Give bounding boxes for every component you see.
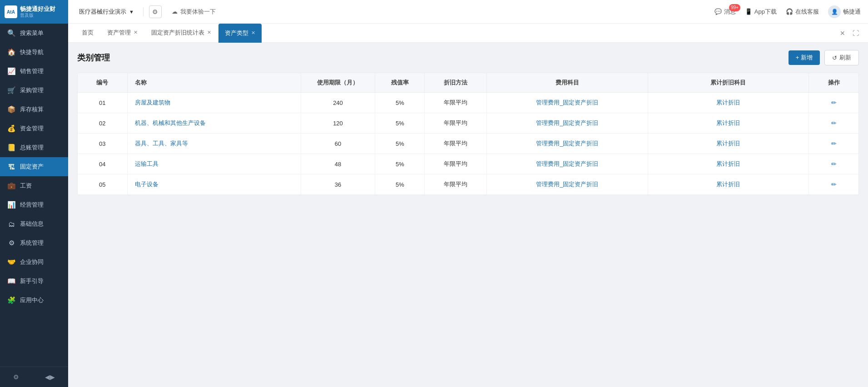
col-residual: 残值率 bbox=[375, 73, 425, 93]
app-download-icon: 📱 bbox=[745, 8, 752, 15]
topbar-settings-btn[interactable]: ⚙ bbox=[149, 5, 162, 18]
cell-residual: 5% bbox=[375, 113, 425, 134]
cell-method: 年限平均 bbox=[425, 93, 486, 113]
cell-accu: 累计折旧 bbox=[648, 134, 809, 154]
cell-residual: 5% bbox=[375, 154, 425, 174]
user-label: 畅捷通 bbox=[843, 8, 861, 16]
cell-residual: 5% bbox=[375, 93, 425, 113]
tab-home[interactable]: 首页 bbox=[75, 24, 100, 43]
tab-asset-type[interactable]: 资产类型 ✕ bbox=[218, 24, 262, 43]
cell-period: 60 bbox=[301, 134, 375, 154]
sidebar-item-ledger[interactable]: 📒 总账管理 bbox=[0, 138, 68, 157]
close-window-btn[interactable]: ✕ bbox=[838, 29, 847, 38]
newbie-icon: 📖 bbox=[7, 277, 15, 285]
content-header: 类别管理 + 新增 ↺ 刷新 bbox=[77, 50, 859, 65]
edit-button[interactable]: ✏ bbox=[828, 180, 839, 189]
sidebar-item-sales[interactable]: 📈 销售管理 bbox=[0, 62, 68, 81]
sidebar-item-label: 库存核算 bbox=[20, 105, 44, 114]
sidebar-item-fixed-asset[interactable]: 🏗 固定资产 bbox=[0, 157, 68, 176]
refresh-label: 刷新 bbox=[839, 54, 851, 62]
topbar-company[interactable]: 医疗器械行业演示 ▼ bbox=[75, 6, 138, 18]
col-name: 名称 bbox=[127, 73, 301, 93]
user-avatar: 👤 bbox=[828, 5, 841, 18]
sidebar-collapse-btn[interactable]: ◀▶ bbox=[41, 372, 59, 382]
mgmt-icon: 📊 bbox=[7, 201, 15, 209]
sidebar-item-purchase[interactable]: 🛒 采购管理 bbox=[0, 81, 68, 100]
new-button[interactable]: + 新增 bbox=[789, 50, 820, 65]
sidebar-item-label: 固定资产 bbox=[20, 163, 44, 171]
topbar-app-download-btn[interactable]: 📱 App下载 bbox=[745, 8, 777, 16]
chevron-down-icon: ▼ bbox=[129, 9, 134, 15]
sidebar-item-label: 基础信息 bbox=[20, 220, 44, 228]
online-service-icon: 🎧 bbox=[786, 8, 793, 15]
sidebar-item-label: 企业协同 bbox=[20, 258, 44, 266]
fixed-asset-icon: 🏗 bbox=[7, 163, 15, 171]
sidebar-item-app-center[interactable]: 🧩 应用中心 bbox=[0, 291, 68, 310]
cloud-icon: ☁ bbox=[172, 8, 178, 15]
refresh-button[interactable]: ↺ 刷新 bbox=[824, 50, 859, 65]
tab-fixed-asset-table-label: 固定资产折旧统计表 bbox=[151, 29, 204, 37]
app-center-icon: 🧩 bbox=[7, 296, 15, 304]
sidebar-scroll: 🔍 搜索菜单 🏠 快捷导航 📈 销售管理 🛒 采购管理 📦 库存核算 💰 资金管… bbox=[0, 24, 68, 367]
topbar-experience-btn[interactable]: ☁ 我要体验一下 bbox=[167, 6, 220, 18]
table-row: 04 运输工具 48 5% 年限平均 管理费用_固定资产折旧 累计折旧 ✏ bbox=[78, 154, 858, 174]
tab-asset-type-label: 资产类型 bbox=[225, 29, 248, 37]
cell-period: 36 bbox=[301, 174, 375, 195]
sidebar-item-enterprise[interactable]: 🤝 企业协同 bbox=[0, 253, 68, 272]
topbar-user-btn[interactable]: 👤 畅捷通 bbox=[828, 5, 861, 18]
edit-button[interactable]: ✏ bbox=[828, 119, 839, 128]
sidebar-bottom: ⚙ ◀▶ bbox=[0, 367, 68, 387]
online-service-label: 在线客服 bbox=[795, 8, 819, 16]
sidebar-item-capital[interactable]: 💰 资金管理 bbox=[0, 119, 68, 138]
sidebar-item-label: 系统管理 bbox=[20, 239, 44, 247]
sidebar-item-quick-nav[interactable]: 🏠 快捷导航 bbox=[0, 43, 68, 62]
sidebar-logo: AtA 畅捷通好业财 普及版 bbox=[0, 0, 68, 24]
tabbar: 首页 资产管理 ✕ 固定资产折旧统计表 ✕ 资产类型 ✕ ✕ ⛶ bbox=[68, 24, 868, 43]
logo-text: 畅捷通好业财 普及版 bbox=[20, 5, 55, 18]
sidebar-settings-btn[interactable]: ⚙ bbox=[10, 372, 23, 382]
cell-action: ✏ bbox=[809, 113, 858, 134]
experience-label: 我要体验一下 bbox=[180, 8, 216, 16]
sidebar-item-search[interactable]: 🔍 搜索菜单 bbox=[0, 24, 68, 43]
cell-name: 运输工具 bbox=[127, 154, 301, 174]
company-name: 医疗器械行业演示 bbox=[79, 8, 126, 16]
cell-name: 房屋及建筑物 bbox=[127, 93, 301, 113]
col-action: 操作 bbox=[809, 73, 858, 93]
cell-accu: 累计折旧 bbox=[648, 93, 809, 113]
topbar-online-service-btn[interactable]: 🎧 在线客服 bbox=[786, 8, 819, 16]
col-code: 编号 bbox=[78, 73, 127, 93]
cell-code: 03 bbox=[78, 134, 127, 154]
edit-button[interactable]: ✏ bbox=[828, 139, 839, 148]
topbar-right: 💬 消息 99+ 📱 App下载 🎧 在线客服 👤 畅捷通 bbox=[714, 5, 861, 18]
sidebar-item-mgmt[interactable]: 📊 经营管理 bbox=[0, 195, 68, 214]
sidebar-item-sys-mgmt[interactable]: ⚙ 系统管理 bbox=[0, 233, 68, 253]
sidebar-item-label: 总账管理 bbox=[20, 144, 44, 152]
sidebar-item-inventory[interactable]: 📦 库存核算 bbox=[0, 100, 68, 119]
content-area: 类别管理 + 新增 ↺ 刷新 编号 名称 使用期限（月） 残值率 折旧方法 bbox=[68, 43, 868, 387]
tab-fixed-asset-table-close[interactable]: ✕ bbox=[207, 30, 211, 35]
cell-code: 01 bbox=[78, 93, 127, 113]
ledger-icon: 📒 bbox=[7, 144, 15, 152]
tab-asset-mgmt-close[interactable]: ✕ bbox=[134, 30, 138, 35]
cell-expense: 管理费用_固定资产折旧 bbox=[486, 113, 648, 134]
cell-accu: 累计折旧 bbox=[648, 174, 809, 195]
edit-button[interactable]: ✏ bbox=[828, 159, 839, 169]
basic-info-icon: 🗂 bbox=[7, 220, 15, 228]
topbar-message-btn[interactable]: 💬 消息 99+ bbox=[714, 8, 736, 16]
edit-button[interactable]: ✏ bbox=[828, 98, 839, 107]
cell-code: 04 bbox=[78, 154, 127, 174]
sidebar-item-salary[interactable]: 💼 工资 bbox=[0, 176, 68, 195]
cell-method: 年限平均 bbox=[425, 134, 486, 154]
table-row: 03 器具、工具、家具等 60 5% 年限平均 管理费用_固定资产折旧 累计折旧… bbox=[78, 134, 858, 154]
sidebar-item-basic-info[interactable]: 🗂 基础信息 bbox=[0, 214, 68, 233]
sidebar-item-newbie[interactable]: 📖 新手引导 bbox=[0, 272, 68, 291]
tab-asset-type-close[interactable]: ✕ bbox=[251, 30, 255, 36]
home-icon: 🏠 bbox=[7, 48, 15, 56]
sidebar-item-label: 应用中心 bbox=[20, 296, 44, 304]
cell-code: 05 bbox=[78, 174, 127, 195]
tab-fixed-asset-table[interactable]: 固定资产折旧统计表 ✕ bbox=[145, 24, 218, 43]
cell-residual: 5% bbox=[375, 174, 425, 195]
tab-asset-mgmt[interactable]: 资产管理 ✕ bbox=[101, 24, 144, 43]
maximize-window-btn[interactable]: ⛶ bbox=[851, 29, 861, 38]
cell-expense: 管理费用_固定资产折旧 bbox=[486, 134, 648, 154]
